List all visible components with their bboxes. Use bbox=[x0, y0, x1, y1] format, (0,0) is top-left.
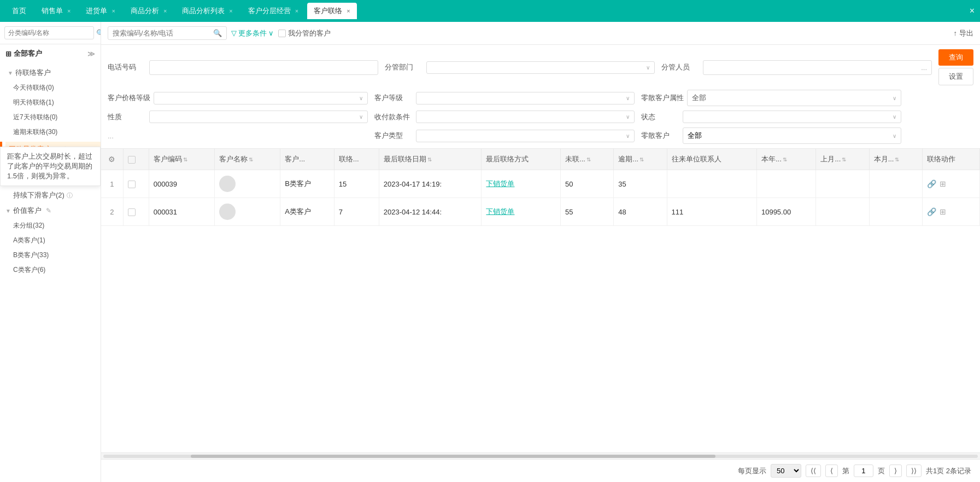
page-input[interactable] bbox=[854, 464, 873, 477]
close-icon[interactable]: × bbox=[229, 8, 232, 14]
row-checkbox-input[interactable] bbox=[128, 208, 136, 216]
query-btn[interactable]: 查询 bbox=[938, 49, 973, 66]
sidebar-item-ungrouped[interactable]: 未分组(32) bbox=[0, 218, 101, 233]
close-icon[interactable]: × bbox=[112, 8, 115, 14]
filter-icon: ▽ bbox=[231, 29, 237, 37]
sort-icon[interactable]: ⇅ bbox=[783, 156, 787, 162]
settings-gear-icon[interactable]: ⚙ bbox=[108, 155, 115, 164]
price-level-select[interactable]: ∨ bbox=[154, 92, 368, 104]
export-icon: ↑ bbox=[954, 29, 958, 37]
sort-icon[interactable]: ⇅ bbox=[842, 156, 846, 162]
sidebar-collapse-btn[interactable]: ≫ bbox=[87, 50, 95, 58]
row-checkbox bbox=[123, 198, 149, 226]
payment-select[interactable]: ∨ bbox=[416, 111, 635, 123]
content-area: 🔍 ▽ 更多条件 ∨ 我分管的客户 ↑ 导出 电话号码 bbox=[101, 22, 980, 482]
sidebar-item-class-b[interactable]: B类客户(33) bbox=[0, 248, 101, 263]
pagination: 每页显示 50 100 200 ⟨⟨ ⟨ 第 页 ⟩ ⟩⟩ 共1页 2条记录 bbox=[101, 459, 980, 482]
grid-action-icon[interactable]: ⊞ bbox=[940, 207, 946, 216]
toolbar: 🔍 ▽ 更多条件 ∨ 我分管的客户 ↑ 导出 bbox=[101, 22, 980, 45]
dept-select[interactable]: ∨ bbox=[426, 61, 655, 74]
more-dots[interactable]: ... bbox=[108, 132, 114, 140]
tab-product-analysis-list[interactable]: 商品分析列表 × bbox=[175, 3, 239, 19]
row-actions: 🔗 ⊞ bbox=[922, 198, 979, 226]
row-this-month bbox=[869, 170, 922, 198]
sidebar-item-overdue[interactable]: 逾期未联络(30) bbox=[0, 125, 101, 140]
close-all-tabs[interactable]: × bbox=[970, 6, 975, 16]
sidebar-item-class-c[interactable]: C类客户(6) bbox=[0, 263, 101, 277]
pending-contact-title[interactable]: ▼ 待联络客户 bbox=[0, 65, 101, 80]
link-action-icon[interactable]: 🔗 bbox=[927, 207, 936, 216]
row-this-month bbox=[869, 198, 922, 226]
filter-customer-type: 客户类型 ∨ bbox=[374, 130, 635, 142]
sidebar-search-icon[interactable]: 🔍 bbox=[96, 29, 101, 37]
filter-more-dots: ... bbox=[108, 132, 368, 140]
link-action-icon[interactable]: 🔗 bbox=[927, 179, 936, 188]
close-icon[interactable]: × bbox=[163, 8, 167, 14]
phone-input[interactable] bbox=[149, 60, 378, 75]
close-icon[interactable]: × bbox=[347, 8, 350, 14]
sort-icon[interactable]: ⇅ bbox=[586, 156, 591, 162]
sidebar-item-tomorrow[interactable]: 明天待联络(1) bbox=[0, 95, 101, 110]
row-idx: 1 bbox=[101, 170, 123, 198]
grid-action-icon[interactable]: ⊞ bbox=[940, 179, 946, 188]
scatter-attr-select[interactable]: 全部 ∨ bbox=[687, 90, 901, 106]
sort-icon[interactable]: ⇅ bbox=[427, 156, 432, 162]
scroll-thumb[interactable] bbox=[191, 455, 715, 458]
customer-level-select[interactable]: ∨ bbox=[416, 92, 635, 104]
page-size-select[interactable]: 50 100 200 bbox=[771, 464, 801, 478]
sort-icon[interactable]: ⇅ bbox=[895, 156, 899, 162]
filter-customer-level: 客户等级 ∨ bbox=[374, 92, 635, 104]
sort-icon[interactable]: ⇅ bbox=[183, 156, 187, 162]
close-icon[interactable]: × bbox=[295, 8, 298, 14]
tab-customer-segmentation[interactable]: 客户分层经营 × bbox=[242, 3, 305, 19]
value-customer-group[interactable]: ▼ 价值客户 ✎ bbox=[0, 203, 101, 218]
tab-purchase[interactable]: 进货单 × bbox=[79, 3, 121, 19]
horizontal-scrollbar[interactable] bbox=[101, 452, 980, 459]
status-select[interactable]: ∨ bbox=[683, 111, 901, 123]
tab-customer-contact[interactable]: 客户联络 × bbox=[307, 3, 356, 19]
chevron-down-icon: ∨ bbox=[268, 29, 274, 37]
sidebar-item-7days[interactable]: 近7天待联络(0) bbox=[0, 110, 101, 125]
sidebar-item-today[interactable]: 今天待联络(0) bbox=[0, 80, 101, 95]
tab-sales[interactable]: 销售单 × bbox=[35, 3, 77, 19]
tab-home[interactable]: 首页 bbox=[5, 3, 33, 19]
checkbox-icon[interactable] bbox=[278, 30, 286, 37]
search-input-wrap: 🔍 bbox=[108, 26, 227, 40]
nature-select[interactable]: ∨ bbox=[149, 111, 368, 123]
edit-icon[interactable]: ✎ bbox=[46, 207, 51, 214]
sort-icon[interactable]: ⇅ bbox=[249, 156, 253, 162]
prev-page-btn[interactable]: ⟨ bbox=[825, 464, 838, 477]
avatar bbox=[219, 176, 236, 192]
col-contact: 联络... bbox=[334, 149, 379, 170]
filter-dept: 分管部门 ∨ bbox=[385, 61, 655, 74]
last-page-btn[interactable]: ⟩⟩ bbox=[906, 464, 922, 477]
col-customer-type: 客户... bbox=[280, 149, 334, 170]
my-customers-checkbox[interactable]: 我分管的客户 bbox=[278, 28, 331, 38]
row-uncontacted: 50 bbox=[561, 170, 614, 198]
scatter-customer-select[interactable]: 全部 ∨ bbox=[683, 127, 901, 144]
first-page-btn[interactable]: ⟨⟨ bbox=[806, 464, 821, 477]
col-customer-name: 客户名称 ⇅ bbox=[215, 149, 280, 170]
search-icon[interactable]: 🔍 bbox=[213, 29, 222, 37]
sidebar-search-input[interactable] bbox=[4, 26, 94, 39]
row-last-contact-method[interactable]: 下销货单 bbox=[482, 170, 561, 198]
filter-phone: 电话号码 bbox=[108, 60, 378, 75]
select-all-checkbox[interactable] bbox=[128, 156, 136, 164]
row-checkbox-input[interactable] bbox=[128, 181, 136, 188]
search-input[interactable] bbox=[113, 29, 211, 37]
tab-product-analysis[interactable]: 商品分析 × bbox=[124, 3, 173, 19]
sidebar-item-class-a[interactable]: A类客户(1) bbox=[0, 233, 101, 248]
export-btn[interactable]: ↑ 导出 bbox=[954, 28, 974, 38]
col-last-month: 上月... ⇅ bbox=[816, 149, 869, 170]
scroll-track bbox=[103, 455, 978, 458]
manager-select[interactable]: ... bbox=[703, 60, 932, 75]
settings-btn[interactable]: 设置 bbox=[938, 68, 973, 85]
next-page-btn[interactable]: ⟩ bbox=[889, 464, 902, 477]
sidebar-item-declining[interactable]: 持续下滑客户(2) ⓘ bbox=[0, 188, 101, 203]
row-last-contact-method[interactable]: 下销货单 bbox=[482, 198, 561, 226]
col-this-year: 本年... ⇅ bbox=[756, 149, 815, 170]
close-icon[interactable]: × bbox=[67, 8, 71, 14]
customer-type-select[interactable]: ∨ bbox=[416, 130, 635, 142]
sort-icon[interactable]: ⇅ bbox=[639, 156, 644, 162]
more-conditions-btn[interactable]: ▽ 更多条件 ∨ bbox=[231, 28, 274, 38]
